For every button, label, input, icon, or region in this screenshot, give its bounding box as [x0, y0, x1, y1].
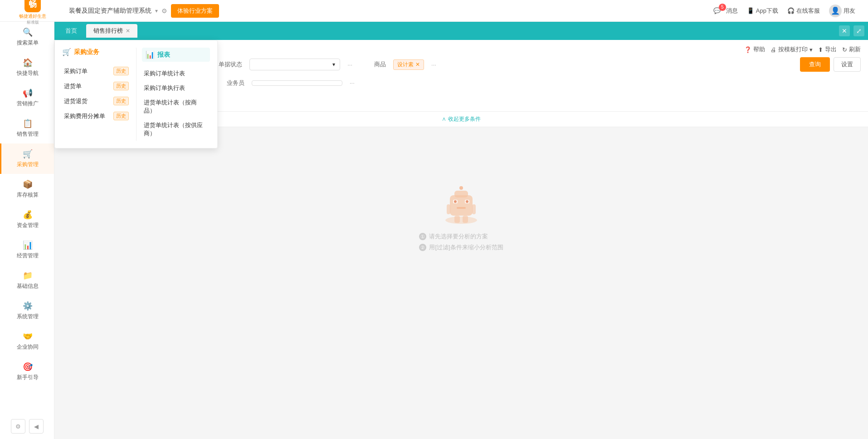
- refresh-btn[interactable]: ↻ 刷新: [842, 45, 861, 54]
- home-icon: 🏠: [23, 58, 33, 68]
- notification-item[interactable]: 💬 5 消息: [713, 7, 738, 15]
- sidebar-label-operation: 经营管理: [17, 252, 39, 260]
- order-stat-label: 采购订单统计表: [144, 69, 185, 78]
- print-btn[interactable]: 🖨 按模板打印 ▾: [770, 45, 813, 54]
- sidebar-collapse-btn[interactable]: ◀: [29, 419, 44, 434]
- online-service-item[interactable]: 🎧 在线客服: [787, 7, 820, 15]
- incoming-label: 进货单: [64, 82, 82, 90]
- tab-home[interactable]: 首页: [58, 24, 84, 38]
- empty-illustration: [434, 182, 488, 227]
- expense-history-badge: 历史: [113, 112, 129, 120]
- tab-close-all-btn[interactable]: ✕: [839, 25, 850, 36]
- sidebar: 🔍 搜索菜单 🏠 快捷导航 📢 营销推广 📋 销售管理 🛒 采购管理 📦 库存核…: [0, 22, 54, 439]
- sidebar-item-operation[interactable]: 📊 经营管理: [0, 235, 54, 265]
- sidebar-item-quick-nav[interactable]: 🏠 快捷导航: [0, 52, 54, 83]
- sidebar-item-sales[interactable]: 📋 销售管理: [0, 113, 54, 143]
- sidebar-item-enterprise[interactable]: 🤝 企业协同: [0, 326, 54, 356]
- help-icon: ❓: [744, 46, 751, 53]
- goods-dots-menu[interactable]: ···: [431, 61, 436, 68]
- empty-num-2: ②: [419, 244, 426, 251]
- export-btn[interactable]: ⬆ 导出: [818, 45, 837, 54]
- report-col-title-text: 报表: [157, 51, 170, 59]
- salesman-select[interactable]: [252, 80, 342, 86]
- app-download-item[interactable]: 📱 App下载: [747, 7, 778, 15]
- dropdown-item-incoming[interactable]: 进货单 历史: [62, 79, 131, 94]
- setting-btn[interactable]: 设置: [834, 57, 861, 72]
- notification-count-badge: 5: [719, 4, 726, 11]
- status-dots-menu[interactable]: ···: [347, 61, 352, 68]
- svg-rect-11: [454, 216, 460, 223]
- sidebar-item-search[interactable]: 🔍 搜索菜单: [0, 22, 54, 52]
- online-service-label: 在线客服: [796, 7, 820, 15]
- export-label: 导出: [825, 45, 837, 54]
- industry-btn[interactable]: 体验行业方案: [171, 4, 219, 18]
- operation-icon: 📊: [23, 240, 33, 250]
- sidebar-label-search: 搜索菜单: [17, 39, 39, 47]
- user-label: 用友: [844, 7, 855, 15]
- sidebar-item-marketing[interactable]: 📢 营销推广: [0, 83, 54, 113]
- sidebar-item-system[interactable]: ⚙️ 系统管理: [0, 296, 54, 326]
- headset-icon: 🎧: [787, 7, 795, 14]
- inventory-icon: 📦: [23, 179, 33, 189]
- dropdown-divider: [136, 48, 137, 141]
- phone-icon: 📱: [747, 7, 754, 14]
- tab-sales-rank-label: 销售排行榜: [93, 27, 123, 35]
- sidebar-item-purchase[interactable]: 🛒 采购管理: [0, 143, 54, 174]
- goods-tag-text: 设计素: [397, 61, 414, 69]
- tab-home-label: 首页: [65, 27, 77, 35]
- print-icon: 🖨: [770, 46, 776, 53]
- purchase-col-icon: 🛒: [62, 48, 71, 56]
- sidebar-item-basic-info[interactable]: 📁 基础信息: [0, 265, 54, 296]
- sidebar-label-system: 系统管理: [17, 313, 39, 321]
- sidebar-settings-btn[interactable]: ⚙: [11, 419, 25, 434]
- dropdown-item-order-exec[interactable]: 采购订单执行表: [142, 81, 210, 95]
- refresh-icon: ↻: [842, 46, 847, 53]
- sidebar-bottom: ⚙ ◀: [0, 414, 54, 439]
- salesman-dots-menu[interactable]: ···: [350, 79, 355, 86]
- dropdown-item-incoming-goods[interactable]: 进货单统计表（按商品）: [142, 95, 210, 118]
- tab-close-icon[interactable]: ✕: [126, 28, 130, 34]
- app-download-label: App下载: [756, 7, 778, 15]
- dropdown-item-incoming-supplier[interactable]: 进货单统计表（按供应商）: [142, 118, 210, 141]
- purchase-col-title-text: 采购业务: [74, 48, 99, 56]
- empty-robot-svg: [434, 182, 488, 227]
- print-dropdown-icon: ▾: [809, 46, 813, 53]
- notification-label: 消息: [726, 7, 738, 15]
- title-dropdown-arrow[interactable]: ▾: [155, 8, 158, 14]
- settings-gear-icon[interactable]: ⚙: [161, 7, 167, 15]
- svg-rect-2: [454, 191, 468, 197]
- collapse-icon: ∧: [442, 116, 446, 122]
- help-btn[interactable]: ❓ 帮助: [744, 45, 765, 54]
- sidebar-label-basic-info: 基础信息: [17, 282, 39, 290]
- goods-tag-close[interactable]: ✕: [415, 61, 420, 68]
- query-btn[interactable]: 查询: [800, 57, 830, 72]
- logo-area: 畅 畅捷通好生意 标准版: [5, 0, 60, 25]
- search-icon: 🔍: [23, 27, 33, 37]
- purchase-col-title: 🛒 采购业务: [62, 48, 131, 59]
- top-header: 畅 畅捷通好生意 标准版 装餐及固定资产辅助管理系统 ▾ ⚙ 体验行业方案 💬 …: [0, 0, 868, 22]
- svg-point-3: [459, 186, 463, 190]
- sidebar-item-inventory[interactable]: 📦 库存核算: [0, 174, 54, 204]
- incoming-goods-label: 进货单统计表（按商品）: [144, 99, 209, 115]
- sidebar-item-capital[interactable]: 💰 资金管理: [0, 204, 54, 235]
- status-select[interactable]: ▾: [249, 59, 340, 70]
- incoming-history-badge: 历史: [113, 82, 129, 90]
- refresh-label: 刷新: [849, 45, 861, 54]
- capital-icon: 💰: [23, 210, 33, 220]
- dropdown-item-expense[interactable]: 采购费用分摊单 历史: [62, 109, 131, 123]
- sidebar-label-capital: 资金管理: [17, 222, 39, 229]
- dropdown-item-purchase-order[interactable]: 采购订单 历史: [62, 64, 131, 79]
- dropdown-content: 🛒 采购业务 采购订单 历史 进货单 历史 进货退货 历史 采购费用分摊单 历史: [62, 48, 210, 141]
- sidebar-label-guide: 新手引导: [17, 374, 39, 381]
- sidebar-item-guide[interactable]: 🎯 新手引导: [0, 356, 54, 387]
- tab-fullscreen-btn[interactable]: ⤢: [853, 25, 864, 36]
- dropdown-item-order-stat[interactable]: 采购订单统计表: [142, 66, 210, 81]
- user-profile-item[interactable]: 👤 用友: [829, 5, 855, 17]
- dropdown-item-return[interactable]: 进货退货 历史: [62, 94, 131, 109]
- logo-icon: 畅: [24, 0, 41, 12]
- status-select-arrow: ▾: [332, 61, 335, 68]
- tab-sales-rank[interactable]: 销售排行榜 ✕: [86, 24, 137, 38]
- enterprise-icon: 🤝: [23, 331, 33, 341]
- order-exec-label: 采购订单执行表: [144, 84, 185, 92]
- logo-text: 畅捷通好生意: [19, 13, 46, 20]
